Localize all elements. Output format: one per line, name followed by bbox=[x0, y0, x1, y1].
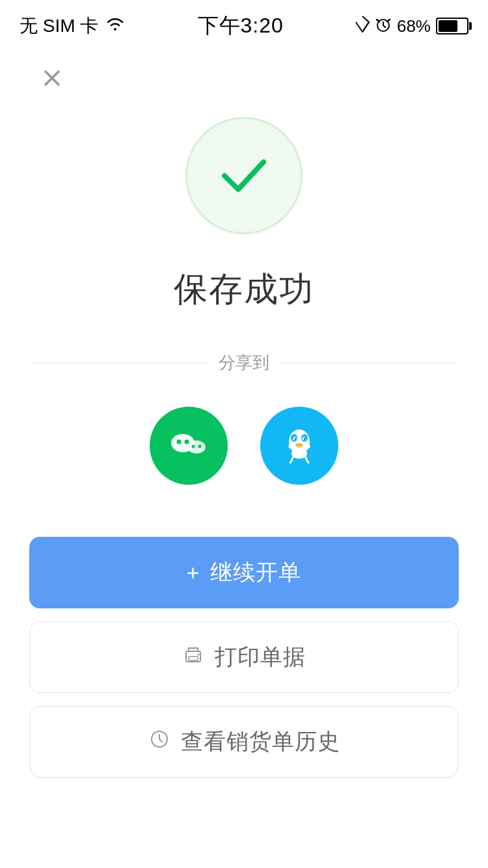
print-button[interactable]: 打印单据 bbox=[29, 621, 459, 693]
qq-share-button[interactable] bbox=[260, 407, 338, 485]
qq-icon bbox=[277, 424, 321, 468]
checkmark-icon bbox=[215, 146, 273, 205]
svg-point-4 bbox=[187, 441, 206, 454]
location-icon bbox=[355, 16, 370, 37]
svg-point-13 bbox=[304, 438, 305, 439]
alarm-icon bbox=[375, 16, 392, 37]
history-button[interactable]: 查看销货单历史 bbox=[29, 706, 459, 778]
svg-point-5 bbox=[192, 445, 195, 448]
share-label: 分享到 bbox=[219, 351, 269, 374]
close-icon bbox=[40, 66, 64, 90]
svg-point-16 bbox=[304, 444, 310, 449]
print-label: 打印单据 bbox=[215, 642, 306, 672]
divider-left bbox=[33, 362, 206, 363]
main-content: 保存成功 分享到 bbox=[0, 52, 488, 778]
svg-point-20 bbox=[198, 654, 200, 656]
divider-right bbox=[282, 362, 455, 363]
continue-button[interactable]: + 继续开单 bbox=[29, 537, 459, 608]
status-right-group: 68% bbox=[355, 16, 468, 37]
battery-percentage: 68% bbox=[397, 16, 431, 36]
svg-point-3 bbox=[185, 440, 189, 444]
wifi-icon bbox=[105, 16, 126, 36]
wechat-icon bbox=[165, 422, 212, 469]
svg-point-12 bbox=[295, 438, 296, 439]
continue-label: 继续开单 bbox=[210, 558, 301, 588]
close-button[interactable] bbox=[33, 59, 72, 98]
svg-point-2 bbox=[177, 440, 182, 444]
clock-icon bbox=[148, 728, 170, 755]
success-circle bbox=[185, 117, 303, 234]
status-bar: 无 SIM 卡 下午3:20 68% bbox=[0, 0, 488, 52]
status-carrier: 无 SIM 卡 bbox=[20, 14, 126, 38]
battery-icon bbox=[436, 18, 468, 34]
action-buttons: + 继续开单 打印单据 查看销货单历史 bbox=[29, 537, 459, 778]
status-time: 下午3:20 bbox=[198, 12, 284, 40]
svg-rect-19 bbox=[189, 657, 198, 660]
svg-point-6 bbox=[198, 445, 202, 448]
wechat-share-button[interactable] bbox=[150, 407, 228, 485]
share-divider: 分享到 bbox=[33, 351, 455, 374]
printer-icon bbox=[182, 644, 204, 671]
svg-point-17 bbox=[291, 448, 307, 459]
success-title: 保存成功 bbox=[174, 267, 314, 312]
carrier-text: 无 SIM 卡 bbox=[20, 14, 98, 38]
plus-icon: + bbox=[187, 560, 200, 586]
svg-point-15 bbox=[288, 444, 295, 449]
svg-point-14 bbox=[295, 443, 303, 447]
share-icons-row bbox=[150, 407, 338, 485]
history-label: 查看销货单历史 bbox=[181, 727, 340, 757]
